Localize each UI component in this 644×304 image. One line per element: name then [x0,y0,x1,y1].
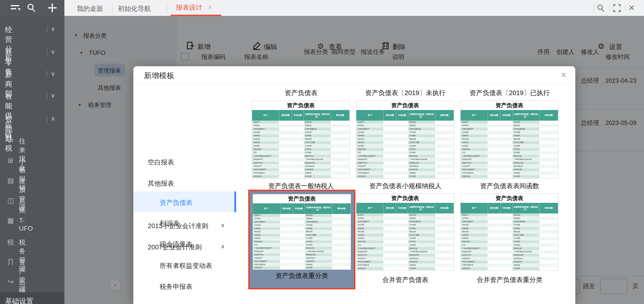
icon-divider [593,4,594,12]
template-label: 资产负债表〔2019〕未执行 [356,89,455,97]
divider [47,71,47,78]
divider [47,49,47,56]
tax-card-icon: 税 [6,238,15,247]
template-nav-cash-flow[interactable]: 现金流量表 [160,240,192,249]
balance-sheet-thumbnail: 资产负债表资 产期末余额年初余额负债和所有者权益（或股东权益）期末余额流动资产：… [461,101,558,178]
chevron-up-icon[interactable]: ∧ [221,243,225,250]
template-label: 资产负债表一般纳税人 [252,182,350,190]
bank-columns-icon: ∏ [6,258,15,266]
template-label: 资产负债表小规模纳税人 [356,182,455,190]
template-label: 资产负债表〔2019〕已执行 [460,89,559,97]
tab-report-design[interactable]: 报表设计 × [171,0,221,16]
sidebar-item-smart-finance-tax[interactable]: 智能财税 [5,115,12,153]
balance-sheet-thumbnail: 资产负债表资 产期末余额年初余额负债和所有者权益（或股东权益）期末余额流动资产：… [356,101,454,178]
ledger-icon: ◫ [6,197,15,205]
template-nav-tax-declaration[interactable]: 税务申报表 [160,282,192,291]
ufo-building-icon: ▦ [6,216,15,225]
plus-icon[interactable] [47,3,57,13]
app-root: 我的桌面 初始化导航 报表设计 × × 经营分析 ∨ 新零售 ∨ 新商贸 ∨ 智… [0,0,644,304]
sidebar-item-general-ledger[interactable]: 总账 [19,197,26,214]
template-card-reclassified-selected[interactable]: 资产负债表资 产期末余额年初余额负债和所有者权益（或股东权益）期末余额流动资产：… [248,190,355,289]
template-label: 合并资产负债表重分类 [460,275,559,284]
template-nav-balance-sheet[interactable]: 资产负债表 [160,198,192,207]
balance-sheet-thumbnail: 资产负债表资 产期末余额年初余额负债和所有者权益（或股东权益）期末余额流动资产：… [461,194,558,270]
icon-divider [609,4,610,12]
nav-selected-bar [234,191,236,212]
tab-divider [112,4,113,12]
chevron-down-icon[interactable]: ∨ [51,92,55,99]
template-label: 资产负债表 [252,89,350,97]
window-close-icon[interactable]: × [629,2,634,13]
divider [47,26,47,33]
add-template-modal: 新增模板 × 空白报表 其他报表 管理报表 2013小企业会计准则 ∨ 2007… [133,66,575,304]
template-card-cross-sheet-function[interactable]: 资产负债表资 产期末余额年初余额负债和所有者权益（或股东权益）期末余额流动资产：… [460,101,558,179]
divider [47,92,47,99]
balance-sheet-thumbnail: 资产负债表资 产期末余额年初余额负债和所有者权益（或股东权益）期末余额流动资产：… [252,101,350,178]
template-card-small-scale-taxpayer[interactable]: 资产负债表资 产期末余额年初余额负债和所有者权益（或股东权益）期末余额流动资产：… [356,101,454,179]
sidebar-item-t-ufo[interactable]: T-UFO [19,217,33,232]
modal-title: 新增模板 [144,71,174,81]
doc-arrow-icon: ↪ [6,278,15,286]
sidebar-item-basic-settings[interactable]: 基础设置 [0,292,64,304]
template-label: 合并资产负债表 [356,275,455,284]
global-search-icon[interactable] [597,4,605,12]
template-nav-income-statement[interactable]: 利润表 [160,219,179,228]
search-icon[interactable] [27,3,36,13]
modal-close-icon[interactable]: × [558,69,569,80]
sidebar-header [0,0,64,16]
template-nav-other-reports[interactable]: 其他报表 [148,179,174,188]
modal-header: 新增模板 × [133,66,575,84]
chevron-down-icon[interactable]: ∨ [221,222,225,229]
transfer-arrows-icon: ⇄ [6,137,15,145]
tab-bar [64,0,644,16]
template-label: 资产负债表表间函数 [460,182,559,190]
basic-settings-label: 基础设置 [5,296,33,304]
tab-report-design-label: 报表设计 [176,3,202,12]
template-nav-equity-changes[interactable]: 所有者权益变动表 [160,261,212,270]
tab-my-desktop[interactable]: 我的桌面 [77,4,103,13]
invoice-icon: ▤ [6,177,15,185]
tab-divider [167,4,167,12]
divider [47,115,47,122]
tab-init-nav[interactable]: 初始化导航 [118,4,151,13]
template-nav-blank-report[interactable]: 空白报表 [148,158,174,167]
chevron-up-icon[interactable]: ∧ [51,115,55,122]
template-card-consolidated-reclassified[interactable]: 资产负债表资 产期末余额年初余额负债和所有者权益（或股东权益）期末余额流动资产：… [460,193,558,271]
chevron-down-icon[interactable]: ∨ [51,70,55,77]
tab-close-icon[interactable]: × [208,3,212,11]
chevron-down-icon[interactable]: ∨ [51,26,55,33]
selected-template-label: 资产负债表重分类 [250,271,354,280]
balance-sheet-thumbnail: 资产负债表资 产期末余额年初余额负债和所有者权益（或股东权益）期末余额流动资产：… [356,194,454,270]
icon-divider [625,4,625,12]
fullscreen-icon[interactable] [613,4,621,12]
template-card-consolidated[interactable]: 资产负债表资 产期末余额年初余额负债和所有者权益（或股东权益）期末余额流动资产：… [356,193,454,271]
chevron-down-icon[interactable]: ∨ [51,48,55,55]
balance-sheet-thumbnail: 资产负债表资 产期末余额年初余额负债和所有者权益（或股东权益）期末余额流动资产：… [253,194,351,270]
template-card-general-taxpayer[interactable]: 资产负债表资 产期末余额年初余额负债和所有者权益（或股东权益）期末余额流动资产：… [252,101,350,179]
blocks-plus-icon: ⊞ [6,157,15,165]
menu-icon[interactable] [10,5,22,12]
